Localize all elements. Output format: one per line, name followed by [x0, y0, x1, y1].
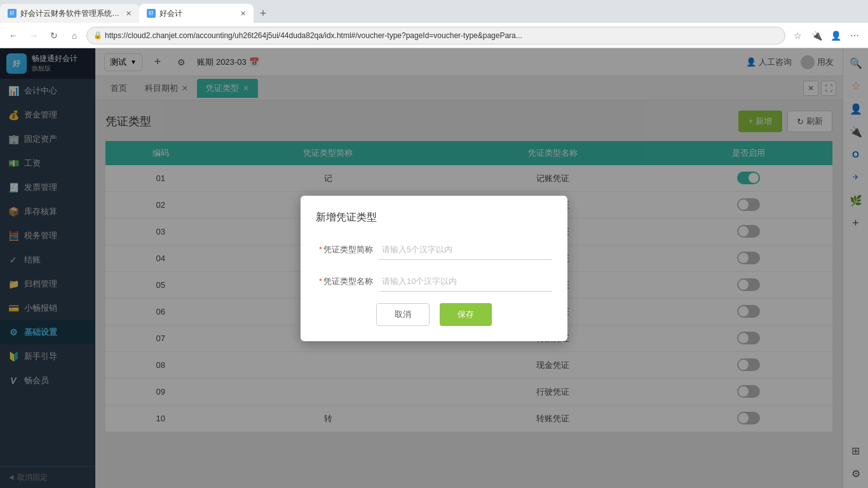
modal-dialog: 新增凭证类型 *凭证类型简称 *凭证类型名称 取消 保存 [301, 196, 567, 341]
tab1-favicon: 好 [8, 9, 17, 18]
nav-refresh-btn[interactable]: ↻ [46, 27, 62, 44]
cancel-button[interactable]: 取消 [376, 303, 430, 326]
tab-bar: 好 好会计云财务软件管理系统_会计 ✕ 好 好会计 ✕ + [0, 0, 868, 23]
nav-back-btn[interactable]: ← [5, 27, 22, 44]
browser-chrome: 好 好会计云财务软件管理系统_会计 ✕ 好 好会计 ✕ + ← → ↻ ⌂ 🔒 … [0, 0, 868, 48]
url-text: https://cloud2.chanjet.com/accounting/uh… [105, 31, 522, 40]
bookmark-icon[interactable]: ☆ [789, 27, 806, 44]
abbr-required: * [319, 245, 322, 254]
url-bar[interactable]: 🔒 https://cloud2.chanjet.com/accounting/… [86, 27, 785, 44]
name-label: *凭证类型名称 [316, 276, 379, 287]
tab2-title: 好会计 [159, 8, 182, 19]
browser-icons: ☆ 🔌 👤 ⋯ [789, 27, 863, 44]
new-tab-btn[interactable]: + [254, 4, 273, 23]
modal-actions: 取消 保存 [316, 303, 552, 326]
name-required: * [319, 276, 322, 286]
nav-forward-btn[interactable]: → [25, 27, 42, 44]
browser-tab-2[interactable]: 好 好会计 ✕ [139, 4, 254, 23]
tab2-close[interactable]: ✕ [240, 10, 246, 18]
extension-icon[interactable]: 🔌 [808, 27, 825, 44]
browser-tab-1[interactable]: 好 好会计云财务软件管理系统_会计 ✕ [0, 4, 139, 23]
tab1-close[interactable]: ✕ [126, 10, 132, 18]
modal-overlay: 新增凭证类型 *凭证类型简称 *凭证类型名称 取消 保存 [0, 48, 868, 488]
name-row: *凭证类型名称 [316, 271, 552, 292]
nav-home-btn[interactable]: ⌂ [66, 27, 83, 44]
abbr-row: *凭证类型简称 [316, 240, 552, 260]
tab1-title: 好会计云财务软件管理系统_会计 [20, 8, 122, 19]
modal-title: 新增凭证类型 [316, 211, 552, 224]
lock-icon: 🔒 [93, 31, 102, 39]
abbr-label: *凭证类型简称 [316, 244, 379, 255]
modal-form: *凭证类型简称 *凭证类型名称 [316, 240, 552, 292]
abbr-input[interactable] [379, 240, 552, 260]
more-icon[interactable]: ⋯ [846, 27, 863, 44]
tab2-favicon: 好 [147, 9, 156, 18]
save-button[interactable]: 保存 [440, 303, 492, 326]
name-input[interactable] [379, 271, 552, 292]
profile-icon[interactable]: 👤 [827, 27, 844, 44]
address-bar: ← → ↻ ⌂ 🔒 https://cloud2.chanjet.com/acc… [0, 23, 868, 48]
